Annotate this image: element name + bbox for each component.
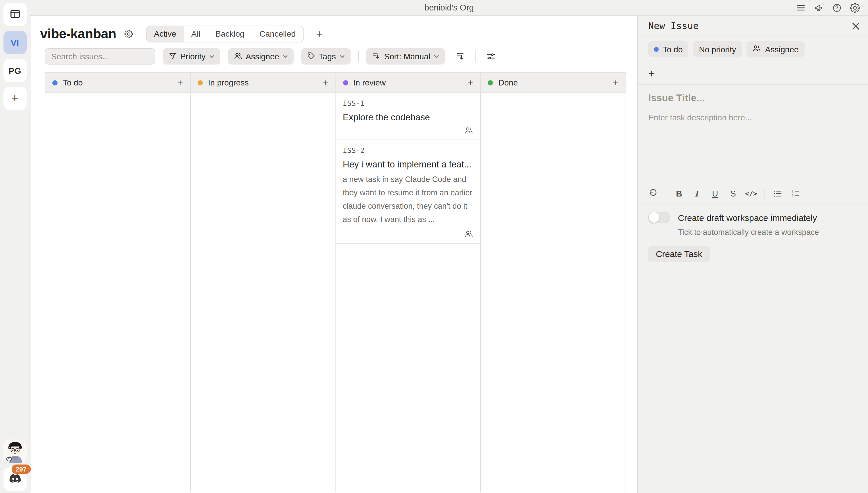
megaphone-icon[interactable]: [813, 3, 824, 13]
italic-button[interactable]: I: [690, 187, 704, 200]
issue-title: Hey i want to implement a feat...: [343, 159, 474, 170]
status-dot: [488, 80, 493, 85]
user-avatar[interactable]: [3, 440, 26, 463]
tab-active[interactable]: Active: [147, 26, 184, 42]
display-options-button[interactable]: [483, 49, 498, 64]
status-dot: [198, 80, 203, 85]
add-card-button[interactable]: +: [468, 78, 474, 87]
draft-workspace-toggle[interactable]: [648, 212, 670, 223]
priority-chip[interactable]: No priority: [693, 41, 742, 57]
page-title: vibe-kanban: [40, 26, 116, 42]
divider: [764, 188, 764, 199]
sort-button[interactable]: Sort: Manual: [366, 48, 445, 65]
column-header: Done +: [481, 73, 626, 93]
add-card-button[interactable]: +: [322, 78, 328, 87]
column-body: [191, 93, 335, 492]
project-initials-label: PG: [8, 65, 21, 75]
tab-cancelled[interactable]: Cancelled: [252, 26, 303, 42]
title-row: vibe-kanban Active All Backlog Cancelled…: [40, 26, 637, 42]
sidebar-item-workspace-vi[interactable]: VI: [3, 31, 26, 54]
column-body: [45, 93, 190, 492]
toggle-label: Create draft workspace immediately: [678, 213, 817, 222]
tags-filter-button[interactable]: Tags: [301, 48, 350, 65]
issue-id: ISS-1: [343, 99, 474, 108]
status-chip[interactable]: To do: [648, 41, 689, 57]
create-task-button[interactable]: Create Task: [648, 246, 710, 262]
tags-filter-label: Tags: [319, 52, 336, 61]
settings-gear-icon[interactable]: [849, 3, 860, 13]
menu-icon[interactable]: [795, 3, 806, 13]
undo-icon[interactable]: [645, 187, 660, 200]
issue-editor: Issue Title... Enter task description he…: [638, 92, 868, 184]
chevron-down-icon: [209, 55, 214, 58]
search-input[interactable]: [45, 48, 155, 65]
column-name: To do: [63, 78, 177, 87]
sort-label: Sort: Manual: [384, 52, 430, 61]
help-icon[interactable]: [831, 3, 842, 13]
add-card-button[interactable]: +: [613, 78, 619, 87]
bold-button[interactable]: B: [672, 187, 687, 200]
issue-description: a new task in say Claude Code and they w…: [343, 173, 474, 226]
underline-button[interactable]: U: [708, 187, 723, 200]
sort-lines-icon: [372, 51, 381, 61]
add-property-row: +: [638, 63, 868, 85]
close-icon[interactable]: [852, 16, 860, 36]
svg-text:1: 1: [791, 189, 793, 193]
issue-card-iss-1[interactable]: ISS-1 Explore the codebase: [336, 93, 480, 140]
assignee-users-icon[interactable]: [465, 230, 474, 238]
priority-chip-label: No priority: [699, 44, 736, 54]
sidebar-add-button[interactable]: +: [3, 87, 26, 110]
add-view-button[interactable]: +: [316, 28, 322, 40]
numbered-list-icon[interactable]: 12: [788, 187, 803, 200]
avatar-image: [3, 440, 26, 463]
tag-icon: [307, 51, 315, 61]
status-dot: [654, 47, 659, 51]
chevron-down-icon: [434, 55, 439, 58]
strikethrough-button[interactable]: S: [725, 187, 741, 200]
assignee-filter-button[interactable]: Assignee: [227, 48, 294, 65]
sidebar: VI PG +: [0, 0, 30, 493]
column-todo: To do +: [45, 73, 191, 492]
add-card-button[interactable]: +: [177, 78, 183, 87]
tab-backlog[interactable]: Backlog: [208, 26, 252, 42]
divider: [666, 188, 666, 199]
sort-direction-button[interactable]: [452, 49, 468, 64]
main-content: vibe-kanban Active All Backlog Cancelled…: [31, 16, 637, 493]
column-body: [481, 93, 626, 492]
topbar-icons: [795, 0, 860, 16]
filter-row: Priority Assignee Tags Sort: Manual: [45, 48, 637, 65]
svg-text:2: 2: [791, 194, 793, 198]
issue-description-input[interactable]: Enter task description here...: [648, 113, 858, 122]
topbar: benioid's Org: [30, 0, 868, 16]
column-header: In progress +: [191, 73, 335, 93]
priority-filter-label: Priority: [180, 52, 205, 61]
column-body: ISS-1 Explore the codebase ISS-2 Hey i w…: [336, 93, 480, 492]
column-name: Done: [499, 78, 613, 87]
discord-link[interactable]: 297: [3, 467, 26, 491]
assignee-chip-label: Assignee: [765, 44, 799, 54]
priority-filter-button[interactable]: Priority: [163, 48, 220, 65]
divider: [475, 50, 476, 62]
add-property-button[interactable]: +: [648, 67, 655, 80]
column-name: In review: [353, 78, 468, 87]
sidebar-item-project-pg[interactable]: PG: [3, 59, 26, 82]
sidebar-item-dashboard[interactable]: [3, 3, 26, 26]
view-tabs: Active All Backlog Cancelled: [146, 26, 304, 42]
dashboard-layout-icon: [9, 8, 21, 21]
assignee-chip[interactable]: Assignee: [746, 41, 804, 57]
users-icon: [234, 51, 242, 61]
tab-all[interactable]: All: [184, 26, 208, 42]
code-button[interactable]: </>: [743, 187, 759, 200]
panel-header: New Issue: [638, 16, 868, 36]
plus-icon: +: [11, 91, 19, 105]
project-settings-gear-icon[interactable]: [125, 30, 133, 38]
issue-card-iss-2[interactable]: ISS-2 Hey i want to implement a feat... …: [336, 140, 480, 243]
status-chip-label: To do: [663, 44, 683, 54]
assignee-users-icon[interactable]: [465, 126, 474, 134]
column-header: To do +: [45, 73, 190, 93]
issue-title-input[interactable]: Issue Title...: [648, 92, 858, 104]
status-dot: [52, 80, 58, 85]
users-icon: [752, 44, 761, 54]
bullet-list-icon[interactable]: [770, 187, 785, 200]
org-title: benioid's Org: [30, 3, 868, 12]
